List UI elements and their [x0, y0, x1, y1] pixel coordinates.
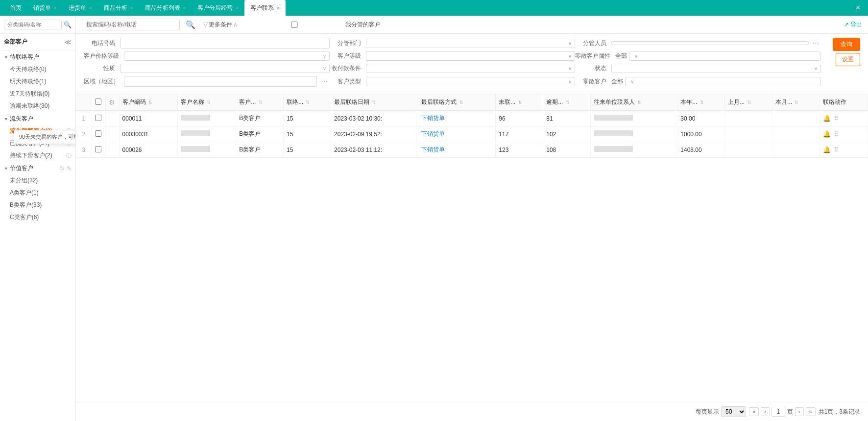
tab-analysis-list[interactable]: 商品分析列表 ×: [139, 0, 192, 16]
last-method-link[interactable]: 下销货单: [421, 146, 445, 153]
row-checkbox[interactable]: [95, 146, 101, 152]
sidebar-item-a-class[interactable]: A类客户(1): [0, 187, 75, 199]
first-page-btn[interactable]: «: [749, 407, 759, 416]
cell-last-date: 2023-03-02 10:30:: [331, 111, 418, 126]
sort-lmonth-icon[interactable]: ⇅: [747, 100, 751, 105]
filter-status-select[interactable]: ∨: [611, 64, 821, 73]
contact-icon[interactable]: 🔔: [823, 146, 831, 153]
cell-uncontacted: 123: [496, 142, 543, 158]
edit-icon[interactable]: ✎: [67, 165, 72, 172]
sidebar-item-c-class[interactable]: C类客户(6): [0, 211, 75, 223]
next-page-btn[interactable]: ›: [795, 407, 804, 416]
search-button[interactable]: 🔍: [184, 20, 197, 29]
contact-icon[interactable]: 🔔: [823, 130, 831, 138]
cell-uncontacted: 117: [496, 126, 543, 142]
sidebar-search-icon[interactable]: 🔍: [64, 21, 72, 28]
sidebar-item-today-pending[interactable]: 今天待联络(0): [0, 63, 75, 75]
filter-person-more-icon[interactable]: ···: [811, 39, 821, 48]
filter-person-label: 分管人员: [575, 39, 609, 48]
last-page-btn[interactable]: »: [806, 407, 816, 416]
filter-cell-scattered-attr: 零散客户属性 全部 ∨: [575, 51, 821, 61]
sort-date-icon[interactable]: ⇅: [372, 100, 376, 105]
sidebar-item-ungrouped[interactable]: 未分组(32): [0, 174, 75, 187]
close-customer-contact-icon[interactable]: ×: [277, 5, 280, 11]
query-button[interactable]: 查询: [833, 38, 860, 51]
close-all-icon[interactable]: ×: [852, 3, 864, 12]
export-button[interactable]: ↗ 导出: [844, 21, 862, 29]
close-analysis-icon[interactable]: ×: [130, 5, 133, 11]
tab-purchase[interactable]: 进货单 ×: [63, 0, 98, 16]
sidebar-item-tomorrow-pending[interactable]: 明天待联络(1): [0, 75, 75, 88]
sort-unit-icon[interactable]: ⇅: [637, 100, 641, 105]
more-action-icon[interactable]: ⠿: [834, 130, 839, 138]
tab-home[interactable]: 首页: [4, 0, 27, 16]
sort-contact-icon[interactable]: ⇅: [306, 100, 310, 105]
sort-name-icon[interactable]: ⇅: [207, 100, 211, 105]
cell-unit-contact: [591, 126, 677, 142]
section-lost-customers[interactable]: ▼ 流失客户 90天未交易的客户，可能有流失风险。: [0, 112, 75, 125]
filter-grade-select[interactable]: ∨: [366, 51, 576, 61]
all-customers-header[interactable]: 全部客户 ≪: [0, 34, 75, 50]
col-last-month: 上月... ⇅: [725, 94, 772, 111]
contact-icon[interactable]: 🔔: [823, 115, 831, 122]
close-analysis-list-icon[interactable]: ×: [183, 5, 186, 11]
sidebar-item-declining[interactable]: 持续下滑客户(2) ⓘ: [0, 149, 75, 162]
per-page-select[interactable]: 20 50 100: [721, 406, 746, 417]
filter-cell-ctype: 客户类型 ∨: [330, 77, 576, 86]
filter-payment-select[interactable]: ∨: [366, 64, 576, 73]
filter-person-select[interactable]: [611, 41, 808, 45]
sort-method-icon[interactable]: ⇅: [459, 100, 463, 105]
tab-sales[interactable]: 销货单 ×: [27, 0, 63, 16]
sort-year-icon[interactable]: ⇅: [700, 100, 704, 105]
filter-scattered-attr-select[interactable]: ∨: [629, 51, 821, 61]
my-customers-toggle[interactable]: 我分管的客户: [245, 21, 381, 29]
filter-nature-select[interactable]: ∨: [120, 64, 330, 73]
col-settings[interactable]: ⚙: [105, 94, 119, 111]
table-settings-icon[interactable]: ⚙: [109, 99, 115, 106]
sort-uncontacted-icon[interactable]: ⇅: [518, 100, 522, 105]
close-purchase-icon[interactable]: ×: [89, 5, 92, 11]
filter-ctype-select[interactable]: ∨: [366, 77, 576, 86]
cell-type: B类客户: [236, 142, 284, 158]
sort-code-icon[interactable]: ⇅: [148, 100, 152, 105]
filter-price-tier-select[interactable]: ∨: [124, 51, 330, 61]
cell-name: [177, 142, 236, 158]
row-checkbox[interactable]: [95, 115, 101, 121]
close-sales-icon[interactable]: ×: [54, 5, 57, 11]
sort-tmonth-icon[interactable]: ⇅: [795, 100, 798, 105]
sort-type-icon[interactable]: ⇅: [259, 100, 263, 105]
filter-phone-input[interactable]: [120, 38, 330, 49]
per-page-label: 每页显示: [696, 408, 719, 416]
sidebar-item-overdue-pending[interactable]: 逾期未联络(30): [0, 100, 75, 112]
section-value-customers[interactable]: ▼ 价值客户 ↻ ✎: [0, 162, 75, 174]
filter-region-more-icon[interactable]: ···: [319, 77, 329, 86]
collapse-sidebar-icon[interactable]: ≪: [64, 38, 72, 46]
table-row: 2 00030031 B类客户 15 2023-02-09 19:52: 下销货…: [76, 126, 868, 142]
last-method-link[interactable]: 下销货单: [421, 130, 445, 137]
filter-dept-select[interactable]: ∨: [366, 39, 576, 48]
tab-customer-contact-label: 客户联系: [250, 4, 274, 12]
refresh-icon[interactable]: ↻: [60, 165, 65, 172]
prev-page-btn[interactable]: ‹: [761, 407, 770, 416]
search-input[interactable]: [82, 19, 180, 30]
more-action-icon[interactable]: ⠿: [834, 115, 839, 122]
select-all-checkbox[interactable]: [95, 99, 101, 105]
tab-customer-contact[interactable]: 客户联系 ×: [244, 0, 286, 16]
row-checkbox[interactable]: [95, 130, 101, 137]
more-action-icon[interactable]: ⠿: [834, 146, 839, 153]
close-customer-tier-icon[interactable]: ×: [236, 5, 239, 11]
settings-button[interactable]: 设置: [836, 53, 860, 66]
section-pending-contact[interactable]: ▼ 待联络客户: [0, 50, 75, 63]
tab-customer-tier[interactable]: 客户分层经营 ×: [192, 0, 244, 16]
sidebar-item-week-pending[interactable]: 近7天待联络(0): [0, 88, 75, 100]
sort-overdue-icon[interactable]: ⇅: [566, 100, 570, 105]
col-last-method: 最后联络方式 ⇅: [418, 94, 496, 111]
tab-analysis[interactable]: 商品分析 ×: [98, 0, 139, 16]
more-conditions-btn[interactable]: ▽ 更多条件 ∧: [203, 21, 238, 29]
last-method-link[interactable]: 下销货单: [421, 115, 445, 122]
filter-region-input[interactable]: [124, 76, 317, 87]
sidebar-search-input[interactable]: [4, 20, 62, 29]
filter-scattered-select[interactable]: ∨: [625, 77, 821, 86]
my-customers-checkbox[interactable]: [245, 22, 343, 28]
sidebar-item-b-class[interactable]: B类客户(33): [0, 199, 75, 211]
